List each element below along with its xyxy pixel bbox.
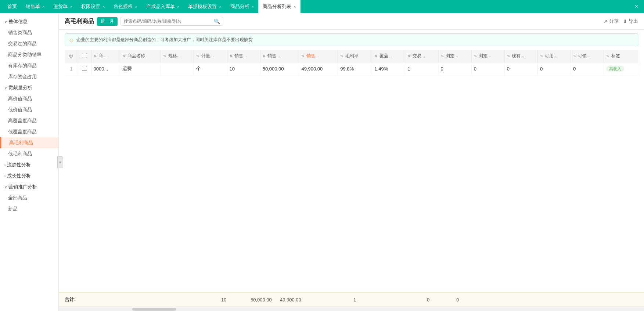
arrow-growth: › <box>4 174 6 178</box>
col-available[interactable]: ⇅ 可用... <box>537 50 571 62</box>
col-unit[interactable]: ⇅ 计量... <box>194 50 227 62</box>
sidebar-section-contribution[interactable]: ∨ 贡献量分析 <box>0 82 58 93</box>
nav-product-inbound[interactable]: 产成品入库单 × <box>142 0 184 13</box>
col-sales-profit[interactable]: ⇅ 销售... <box>299 50 338 62</box>
table-row: 1 0000... 运费 个 10 50,000.00 49,900.00 99… <box>65 62 638 75</box>
close-purchase-order[interactable]: × <box>70 4 72 9</box>
close-product-inbound[interactable]: × <box>177 4 179 9</box>
cell-sales-qty: 10 <box>227 62 260 75</box>
sidebar-item-low-margin[interactable]: 低毛利商品 <box>0 148 58 159</box>
browse1-link[interactable]: 0 <box>441 66 443 72</box>
cell-checkbox[interactable] <box>78 62 91 75</box>
cell-gross-rate: 99.8% <box>338 62 372 75</box>
sort-sales-qty-icon: ⇅ <box>230 54 233 58</box>
sidebar-item-stock-capital[interactable]: 库存资金占用 <box>0 71 58 82</box>
top-navigation: 首页 销售单 × 进货单 × 权限设置 × 角色授权 × 产成品入库单 × 单据… <box>0 0 644 13</box>
footer-available: 0 <box>454 297 483 303</box>
cell-name: 运费 <box>120 62 161 75</box>
sort-browse2-icon: ⇅ <box>474 54 477 58</box>
sort-browse1-icon: ⇅ <box>441 54 444 58</box>
close-permissions[interactable]: × <box>102 4 105 9</box>
sidebar-item-sales-goods[interactable]: 销售类商品 <box>0 27 58 38</box>
sort-unit-icon: ⇅ <box>196 54 199 58</box>
nav-sales-order[interactable]: 销售单 × <box>21 0 49 13</box>
nav-home[interactable]: 首页 <box>3 0 21 13</box>
col-sales-qty[interactable]: ⇅ 销售... <box>227 50 260 62</box>
close-product-analysis-list[interactable]: × <box>294 4 296 9</box>
nav-template-settings[interactable]: 单据模板设置 × <box>184 0 226 13</box>
export-icon: ⬇ <box>623 19 627 24</box>
tag-badge: 高收入 <box>606 66 624 72</box>
col-saleable[interactable]: ⇅ 可销... <box>571 50 604 62</box>
nav-product-analysis[interactable]: 商品分析 × <box>226 0 258 13</box>
nav-product-analysis-list[interactable]: 商品分析列表 × <box>258 0 300 13</box>
footer-spacer3 <box>197 297 219 303</box>
search-icon: 🔍 <box>214 18 220 24</box>
sidebar-item-high-coverage[interactable]: 高覆盖度商品 <box>0 115 58 126</box>
close-sales-order[interactable]: × <box>42 4 44 9</box>
close-roles[interactable]: × <box>135 4 137 9</box>
main-layout: ∨ 整体信息 销售类商品 交易过的商品 商品分类助销率 有库存的商品 库存资金占… <box>0 13 644 311</box>
nav-purchase-order[interactable]: 进货单 × <box>49 0 76 13</box>
footer-total: 合计: 10 50,000.00 49,900.00 1 0 0 <box>59 292 644 307</box>
search-input[interactable] <box>124 19 212 24</box>
sidebar-section-trend[interactable]: › 流趋性分析 <box>0 159 58 170</box>
sort-trade-icon: ⇅ <box>407 54 410 58</box>
cell-sales-profit: 49,900.00 <box>299 62 338 75</box>
col-code[interactable]: ⇅ 商... <box>91 50 120 62</box>
col-name[interactable]: ⇅ 商品名称 <box>120 50 161 62</box>
arrow-marketing: ∨ <box>4 185 7 189</box>
sidebar-section-overall[interactable]: ∨ 整体信息 <box>0 16 58 27</box>
scroll-bar-thumb[interactable] <box>132 308 176 311</box>
sidebar-item-category-rate[interactable]: 商品分类助销率 <box>0 49 58 60</box>
footer-browse1 <box>381 297 403 303</box>
sidebar-section-marketing[interactable]: ∨ 营销推广分析 <box>0 181 58 192</box>
col-tag[interactable]: ⇅ 标签 <box>604 50 638 62</box>
period-button[interactable]: 近一月 <box>97 17 118 26</box>
share-button[interactable]: ↗ 分享 <box>604 18 619 25</box>
sidebar-item-in-stock[interactable]: 有库存的商品 <box>0 60 58 71</box>
sidebar-item-low-coverage[interactable]: 低覆盖度商品 <box>0 126 58 137</box>
sidebar-section-growth[interactable]: › 成长性分析 <box>0 170 58 181</box>
sidebar-item-new-goods[interactable]: 新品 <box>0 203 58 214</box>
nav-permissions[interactable]: 权限设置 × <box>77 0 109 13</box>
close-product-analysis[interactable]: × <box>252 4 254 9</box>
search-box: 🔍 <box>120 17 223 26</box>
footer-spacer4 <box>307 297 329 303</box>
cell-browse1[interactable]: 0 <box>438 62 471 75</box>
col-sales-amt[interactable]: ⇅ 销售... <box>260 50 299 62</box>
cell-spec <box>161 62 194 75</box>
col-settings[interactable]: ⚙ <box>65 50 78 62</box>
col-coverage[interactable]: ⇅ 覆盖... <box>372 50 405 62</box>
col-checkbox[interactable] <box>78 50 91 62</box>
cell-unit: 个 <box>194 62 227 75</box>
col-current-stock[interactable]: ⇅ 现有... <box>504 50 537 62</box>
sidebar: ∨ 整体信息 销售类商品 交易过的商品 商品分类助销率 有库存的商品 库存资金占… <box>0 13 59 311</box>
col-browse2[interactable]: ⇅ 浏览... <box>471 50 504 62</box>
close-all-tabs[interactable]: × <box>632 3 641 10</box>
sidebar-item-traded-goods[interactable]: 交易过的商品 <box>0 38 58 49</box>
sidebar-item-high-value[interactable]: 高价值商品 <box>0 93 58 104</box>
footer-sales-amt: 50,000.00 <box>248 297 278 303</box>
col-gross-rate[interactable]: ⇅ 毛利率 <box>338 50 372 62</box>
sidebar-item-all-goods[interactable]: 全部商品 <box>0 192 58 203</box>
sort-saleable-icon: ⇅ <box>573 54 576 58</box>
nav-roles[interactable]: 角色授权 × <box>109 0 141 13</box>
sidebar-item-low-value[interactable]: 低价值商品 <box>0 104 58 115</box>
footer-spacer5 <box>329 297 351 303</box>
table-header-row: ⚙ ⇅ 商... ⇅ 商品名称 <box>65 50 638 62</box>
footer-sales-profit: 49,900.00 <box>278 297 307 303</box>
col-spec[interactable]: ⇅ 规格... <box>161 50 194 62</box>
scroll-bar-area[interactable] <box>59 307 644 311</box>
close-template-settings[interactable]: × <box>219 4 221 9</box>
sidebar-item-high-margin[interactable]: 高毛利商品 <box>0 137 58 148</box>
col-browse1[interactable]: ⇅ 浏览... <box>438 50 471 62</box>
cell-sales-amt: 50,000.00 <box>260 62 299 75</box>
select-all-checkbox[interactable] <box>82 53 87 58</box>
row-checkbox[interactable] <box>82 66 87 71</box>
cell-coverage: 1.49% <box>372 62 405 75</box>
export-button[interactable]: ⬇ 导出 <box>623 18 638 25</box>
info-banner: ◇ 企业的主要的利润都是这部分商品创造的，可考虑加大推广，同时关注库存是不要出现… <box>65 33 638 46</box>
sidebar-collapse-button[interactable]: « <box>57 156 63 168</box>
col-trade[interactable]: ⇅ 交易... <box>405 50 438 62</box>
